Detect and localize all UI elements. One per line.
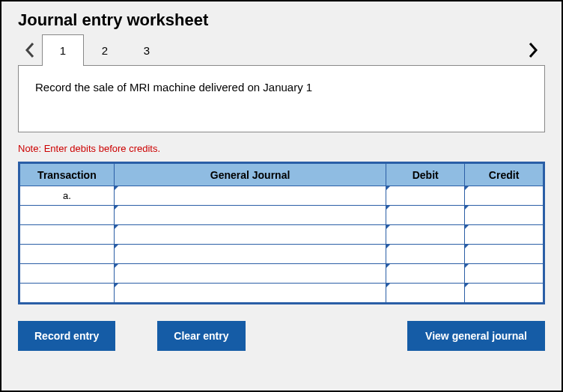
table-row: a. [20, 186, 544, 206]
cell-general-journal[interactable] [114, 284, 386, 303]
cell-debit[interactable] [386, 225, 465, 245]
cell-general-journal[interactable] [114, 225, 386, 245]
cell-transaction[interactable] [20, 284, 115, 303]
view-general-journal-button[interactable]: View general journal [407, 321, 545, 351]
cell-credit[interactable] [465, 186, 544, 206]
cell-general-journal[interactable] [114, 206, 386, 225]
cell-credit[interactable] [465, 264, 544, 284]
instruction-box: Record the sale of MRI machine delivered… [18, 65, 545, 132]
note-text: Note: Enter debits before credits. [18, 143, 545, 154]
record-entry-button[interactable]: Record entry [18, 321, 115, 351]
cell-credit[interactable] [465, 225, 544, 245]
cell-credit[interactable] [465, 206, 544, 225]
page-title: Journal entry worksheet [18, 10, 545, 30]
table-row [20, 284, 544, 303]
journal-grid-wrap: Transaction General Journal Debit Credit… [18, 162, 545, 304]
tab-2[interactable]: 2 [84, 34, 126, 66]
worksheet-frame: Journal entry worksheet 1 2 3 Record the… [0, 0, 563, 392]
cell-debit[interactable] [386, 284, 465, 303]
table-row [20, 264, 544, 284]
th-transaction: Transaction [20, 164, 115, 186]
th-credit: Credit [465, 164, 544, 186]
cell-transaction[interactable]: a. [20, 186, 115, 206]
table-row [20, 206, 544, 225]
chevron-right-icon [528, 42, 538, 58]
cell-credit[interactable] [465, 284, 544, 303]
th-general-journal: General Journal [114, 164, 386, 186]
tab-nav-row: 1 2 3 [18, 34, 545, 66]
th-debit: Debit [386, 164, 465, 186]
cell-general-journal[interactable] [114, 245, 386, 264]
chevron-left-icon [25, 42, 35, 58]
cell-transaction[interactable] [20, 225, 115, 245]
table-row [20, 245, 544, 264]
cell-credit[interactable] [465, 245, 544, 264]
button-spacer [287, 321, 366, 351]
cell-debit[interactable] [386, 245, 465, 264]
cell-debit[interactable] [386, 206, 465, 225]
cell-transaction[interactable] [20, 206, 115, 225]
instruction-text: Record the sale of MRI machine delivered… [35, 81, 312, 94]
cell-general-journal[interactable] [114, 186, 386, 206]
tabs-container: 1 2 3 [42, 34, 168, 66]
cell-transaction[interactable] [20, 264, 115, 284]
next-arrow[interactable] [521, 42, 545, 58]
journal-table: Transaction General Journal Debit Credit… [19, 163, 544, 303]
cell-general-journal[interactable] [114, 264, 386, 284]
cell-debit[interactable] [386, 264, 465, 284]
cell-debit[interactable] [386, 186, 465, 206]
button-row: Record entry Clear entry View general jo… [18, 321, 545, 351]
table-header-row: Transaction General Journal Debit Credit [20, 164, 544, 186]
tab-1[interactable]: 1 [42, 34, 84, 66]
cell-transaction[interactable] [20, 245, 115, 264]
tab-3[interactable]: 3 [126, 34, 168, 66]
table-row [20, 225, 544, 245]
prev-arrow[interactable] [18, 42, 42, 58]
clear-entry-button[interactable]: Clear entry [157, 321, 245, 351]
